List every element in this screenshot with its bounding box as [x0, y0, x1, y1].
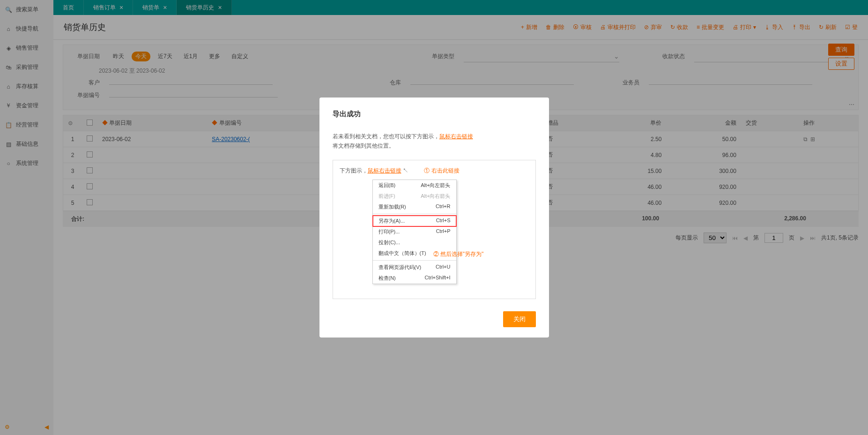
- modal-illustration: 下方图示，鼠标右击链接 ↖ ① 右击此链接 返回(B)Alt+向左箭头前进(F)…: [333, 160, 536, 299]
- tip-2: ② 然后选择"另存为": [433, 250, 623, 258]
- illustration-link: 鼠标右击链接: [368, 167, 401, 174]
- context-menu-item: 查看网页源代码(V)Ctrl+U: [373, 262, 456, 273]
- context-menu-item: 打印(P)...Ctrl+P: [373, 226, 456, 237]
- context-menu-item: 返回(B)Alt+向左箭头: [373, 180, 456, 191]
- context-menu-item: 前进(F)Alt+向右箭头: [373, 191, 456, 202]
- modal-title: 导出成功: [333, 110, 536, 119]
- cursor-icon: ↖: [403, 167, 408, 174]
- close-button[interactable]: 关闭: [503, 311, 536, 327]
- context-menu-item: 重新加载(R)Ctrl+R: [373, 202, 456, 212]
- modal-body: 若未看到相关文档，您也可以按下方图示，鼠标右击链接 将文档存储到其他位置。: [333, 132, 536, 151]
- modal: 导出成功 若未看到相关文档，您也可以按下方图示，鼠标右击链接 将文档存储到其他位…: [319, 98, 549, 338]
- tip-1: ① 右击此链接: [424, 167, 459, 174]
- context-menu-illustration: 返回(B)Alt+向左箭头前进(F)Alt+向右箭头重新加载(R)Ctrl+R另…: [372, 180, 457, 284]
- context-menu-item: 检查(N)Ctrl+Shift+I: [373, 273, 456, 284]
- context-menu-item: 投射(C)...: [373, 237, 456, 248]
- modal-overlay[interactable]: 导出成功 若未看到相关文档，您也可以按下方图示，鼠标右击链接 将文档存储到其他位…: [0, 0, 868, 435]
- modal-link[interactable]: 鼠标右击链接: [439, 133, 473, 140]
- context-menu-item: 另存为(A)...Ctrl+S: [373, 216, 456, 226]
